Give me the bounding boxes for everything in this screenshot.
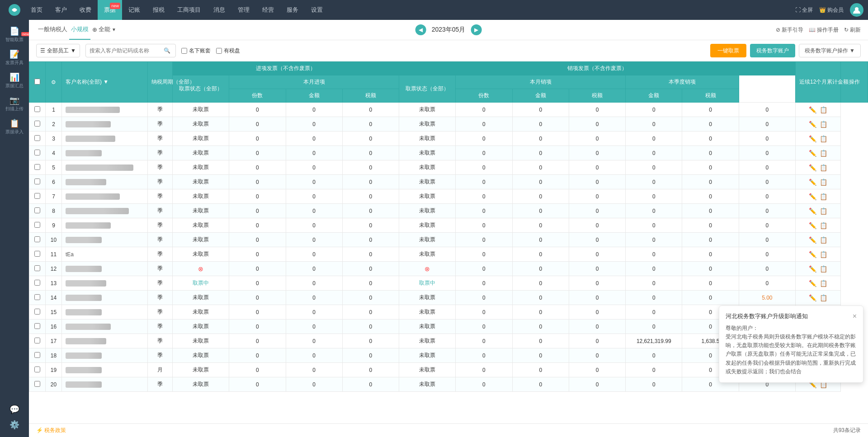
td-ret-tax: 0 <box>682 233 739 247</box>
row-checkbox[interactable] <box>34 193 40 199</box>
prev-month-btn[interactable]: ◀ <box>415 24 426 35</box>
digital-account-btn[interactable]: 税务数字账户 <box>750 44 795 57</box>
copy-btn[interactable]: 📋 <box>819 193 828 200</box>
row-checkbox[interactable] <box>34 251 40 257</box>
row-checkbox[interactable] <box>34 265 40 271</box>
copy-btn[interactable]: 📋 <box>819 135 828 142</box>
table-row: 4 季 未取票 0 0 0 未取票 0 0 0 0 0 0 ✏️ 📋 <box>29 146 868 160</box>
sidebar-item-open-invoice[interactable]: 📝 发票开具 <box>0 47 29 70</box>
nav-message[interactable]: 消息 <box>207 0 231 20</box>
nav-fee[interactable]: 收费 <box>73 0 98 20</box>
row-checkbox[interactable] <box>34 338 40 343</box>
row-checkbox[interactable] <box>34 236 40 242</box>
tax-policy-link[interactable]: ⚡ 税务政策 <box>36 427 66 434</box>
nav-business[interactable]: 工商项目 <box>171 0 207 20</box>
row-checkbox[interactable] <box>34 150 40 155</box>
row-checkbox[interactable] <box>34 135 40 141</box>
row-checkbox[interactable] <box>34 207 40 213</box>
tab-general-taxpayer[interactable]: 一般纳税人 <box>36 20 69 40</box>
th-this-month-in: 本月进项 <box>229 75 399 89</box>
edit-btn[interactable]: ✏️ <box>808 179 817 186</box>
copy-btn[interactable]: 📋 <box>819 150 828 157</box>
td-in-status: 未取票 <box>173 247 229 262</box>
row-checkbox[interactable] <box>34 294 40 300</box>
staff-select[interactable]: ☰ 全部员工 ▼ <box>36 44 80 57</box>
copy-btn[interactable]: 📋 <box>819 251 828 258</box>
row-checkbox[interactable] <box>34 280 40 286</box>
checkbox-has-taxdisk[interactable]: 有税盘 <box>216 47 240 55</box>
edit-btn[interactable]: ✏️ <box>808 164 817 171</box>
sidebar-item-invoice-summary[interactable]: 📊 票据汇总 <box>0 70 29 93</box>
sidebar-item-settings[interactable]: ⚙️ <box>8 417 21 432</box>
vip-btn[interactable]: 👑 购会员 <box>819 6 844 14</box>
edit-btn[interactable]: ✏️ <box>808 251 817 258</box>
tab-all[interactable]: ⊕ 全能 ▼ <box>90 20 118 40</box>
row-checkbox[interactable] <box>34 381 40 387</box>
td-in-tax: 0 <box>342 377 399 392</box>
notification-close-btn[interactable]: × <box>853 312 857 320</box>
fullscreen-btn[interactable]: ⛶ 全屏 <box>795 6 813 14</box>
app-logo[interactable] <box>5 0 24 20</box>
td-out-status: 未取票 <box>399 305 456 320</box>
row-checkbox[interactable] <box>34 106 40 112</box>
row-checkbox[interactable] <box>34 352 40 358</box>
edit-btn[interactable]: ✏️ <box>808 280 817 287</box>
row-checkbox[interactable] <box>34 367 40 372</box>
copy-btn[interactable]: 📋 <box>819 294 828 301</box>
nav-manage[interactable]: 管理 <box>231 0 256 20</box>
manual-btn[interactable]: 📖 操作手册 <box>809 26 839 34</box>
copy-btn[interactable]: 📋 <box>819 207 828 215</box>
digital-account-op-btn[interactable]: 税务数字账户操作 ▼ <box>799 44 861 57</box>
edit-btn[interactable]: ✏️ <box>808 135 817 142</box>
select-all-checkbox[interactable] <box>34 79 40 85</box>
copy-btn[interactable]: 📋 <box>819 164 828 171</box>
edit-btn[interactable]: ✏️ <box>808 121 817 128</box>
sidebar-item-message[interactable]: 💬 <box>8 402 21 417</box>
copy-btn[interactable]: 📋 <box>819 222 828 229</box>
sidebar-settings-icon: ⚙️ <box>9 421 19 429</box>
copy-btn[interactable]: 📋 <box>819 280 828 287</box>
copy-btn[interactable]: 📋 <box>819 106 828 113</box>
tab-small-scale[interactable]: 小规模 <box>69 20 90 40</box>
nav-operation[interactable]: 经营 <box>256 0 280 20</box>
nav-settings[interactable]: 设置 <box>305 0 329 20</box>
next-month-btn[interactable]: ▶ <box>471 24 481 35</box>
nav-home[interactable]: 首页 <box>24 0 49 20</box>
sidebar-item-smart-invoice[interactable]: 📄 智能取票 new <box>0 23 29 47</box>
sidebar-item-invoice-entry[interactable]: 📋 票据录入 <box>0 116 29 139</box>
new-guide-btn[interactable]: ⊘ 新手引导 <box>776 26 803 34</box>
search-input[interactable] <box>90 47 162 54</box>
td-12m-amt: 0 <box>739 146 795 160</box>
copy-btn[interactable]: 📋 <box>819 236 828 244</box>
edit-btn[interactable]: ✏️ <box>808 207 817 215</box>
td-in-status: 未取票 <box>173 233 229 247</box>
checkbox-own-accounts[interactable]: 名下账套 <box>181 47 211 55</box>
row-checkbox[interactable] <box>34 323 40 329</box>
nav-invoice[interactable]: 票据 new <box>98 0 122 20</box>
nav-customer[interactable]: 客户 <box>49 0 73 20</box>
copy-btn[interactable]: 📋 <box>819 121 828 128</box>
nav-tax[interactable]: 报税 <box>146 0 171 20</box>
copy-btn[interactable]: 📋 <box>819 179 828 186</box>
nav-service[interactable]: 服务 <box>280 0 305 20</box>
row-checkbox[interactable] <box>34 179 40 184</box>
edit-btn[interactable]: ✏️ <box>808 193 817 200</box>
user-avatar[interactable] <box>850 3 863 17</box>
sidebar-item-scan-upload[interactable]: 📷 扫描上传 <box>0 93 29 116</box>
one-key-invoice-btn[interactable]: 一键取票 <box>710 44 746 57</box>
row-checkbox[interactable] <box>34 222 40 228</box>
edit-btn[interactable]: ✏️ <box>808 222 817 229</box>
copy-btn[interactable]: 📋 <box>819 265 828 273</box>
refresh-btn[interactable]: ↻ 刷新 <box>844 26 861 34</box>
edit-btn[interactable]: ✏️ <box>808 236 817 244</box>
row-checkbox[interactable] <box>34 309 40 315</box>
edit-btn[interactable]: ✏️ <box>808 265 817 273</box>
td-out-tax: 0 <box>569 160 625 175</box>
edit-btn[interactable]: ✏️ <box>808 150 817 157</box>
edit-btn[interactable]: ✏️ <box>808 106 817 113</box>
row-checkbox[interactable] <box>34 164 40 170</box>
nav-bookkeeping[interactable]: 记账 <box>122 0 146 20</box>
edit-btn[interactable]: ✏️ <box>808 294 817 301</box>
td-ret-amt: 0 <box>626 160 682 175</box>
row-checkbox[interactable] <box>34 121 40 127</box>
